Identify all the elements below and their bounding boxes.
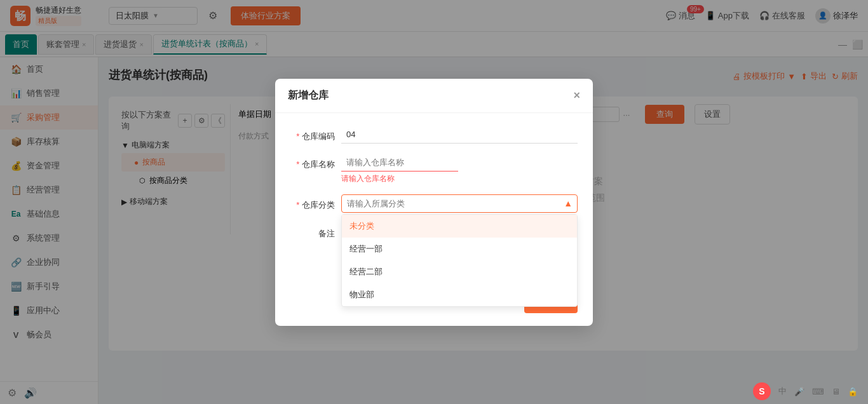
category-select-arrow[interactable]: ▲ [564,198,573,208]
footer-display-icon[interactable]: 🖥 [832,387,840,396]
footer-lang-icon[interactable]: 中 [778,386,787,397]
new-warehouse-modal: 新增仓库 × 仓库编码 仓库名称 请输入仓库名称 仓库分类 [275,79,593,326]
dropdown-item-dept2[interactable]: 经营二部 [342,260,577,283]
category-dropdown: 未分类 经营一部 经营二部 物业部 [341,214,578,307]
dropdown-item-property[interactable]: 物业部 [342,283,577,306]
dropdown-item-dept1[interactable]: 经营一部 [342,238,577,260]
warehouse-code-label: 仓库编码 [290,126,341,142]
modal-close-button[interactable]: × [573,89,580,102]
dropdown-item-unclassified[interactable]: 未分类 [342,215,577,238]
warehouse-name-input[interactable] [341,154,458,172]
warehouse-code-input[interactable] [341,126,578,144]
app-footer: S 中 🎤 ⌨ 🖥 🔒 [743,379,868,404]
category-select-input[interactable] [341,194,578,213]
footer-mic-icon[interactable]: 🎤 [794,387,804,396]
footer-logo: S [753,382,771,400]
category-select-wrap: ▲ 未分类 经营一部 经营二部 物业部 [341,194,578,213]
modal-overlay: 新增仓库 × 仓库编码 仓库名称 请输入仓库名称 仓库分类 [0,0,868,404]
modal-title: 新增仓库 [288,89,329,102]
modal-body: 仓库编码 仓库名称 请输入仓库名称 仓库分类 ▲ [275,113,593,284]
footer-lock-icon[interactable]: 🔒 [848,387,858,396]
warehouse-code-field: 仓库编码 [290,126,578,144]
warehouse-name-field: 仓库名称 请输入仓库名称 [290,154,578,184]
warehouse-category-label: 仓库分类 [290,194,341,211]
warehouse-name-label: 仓库名称 [290,154,341,170]
warehouse-name-error: 请输入仓库名称 [341,173,395,184]
modal-header: 新增仓库 × [275,79,593,113]
warehouse-notes-label: 备注 [290,223,341,239]
footer-keyboard-icon[interactable]: ⌨ [812,387,824,396]
warehouse-category-field: 仓库分类 ▲ 未分类 经营一部 经营二部 物业部 [290,194,578,213]
